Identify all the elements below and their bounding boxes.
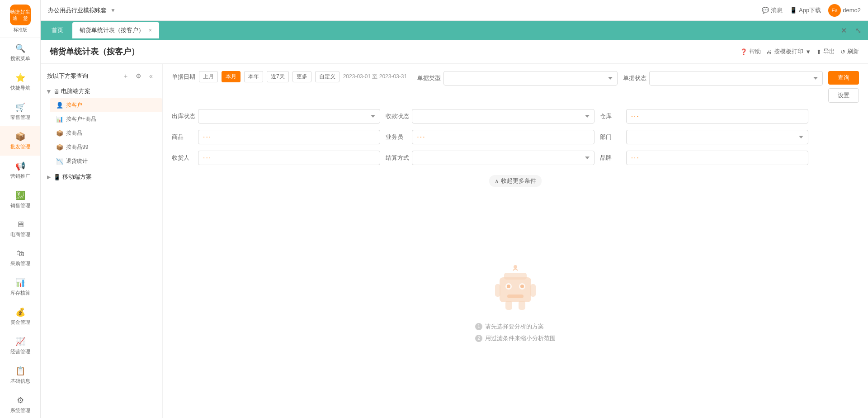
tab-close-button[interactable]: × — [149, 27, 152, 33]
main-area: 办公用品行业模拟账套 ▼ 💬 消息 📱 App下载 Ea demo2 首页 销货… — [41, 0, 868, 418]
payment-select[interactable] — [412, 151, 594, 165]
customer-icon: 👤 — [56, 102, 63, 109]
sidebar-item-label: 零售管理 — [10, 114, 30, 121]
sidebar-item-nav[interactable]: ⭐ 快捷导航 — [0, 67, 40, 97]
empty-tip-1: 1 请先选择要分析的方案 — [475, 323, 556, 331]
collapse-label: 收起更多条件 — [501, 177, 536, 185]
user-profile[interactable]: Ea demo2 — [828, 4, 861, 17]
settings-plan-button[interactable]: ⚙ — [133, 71, 143, 81]
plan-item-customer[interactable]: 👤 按客户 — [50, 98, 162, 112]
sidebar-item-sales[interactable]: 💹 销售管理 — [0, 185, 40, 214]
empty-illustration — [488, 259, 542, 314]
mobile-group-label: 移动端方案 — [62, 173, 92, 181]
sidebar-item-ecommerce[interactable]: 🖥 电商管理 — [0, 214, 40, 243]
collapse-panel-button[interactable]: « — [146, 71, 156, 81]
product-field[interactable]: ··· — [198, 130, 380, 144]
sidebar-item-label: 电商管理 — [10, 231, 30, 238]
sidebar-item-finance[interactable]: 💰 资金管理 — [0, 302, 40, 331]
order-status-select[interactable] — [649, 71, 823, 86]
help-button[interactable]: ❓ 帮助 — [740, 48, 761, 56]
page-header: 销货单统计表（按客户） ❓ 帮助 🖨 按模板打印 ▼ ⬆ 导出 ↺ 刷新 — [41, 40, 868, 64]
add-plan-button[interactable]: + — [121, 71, 131, 81]
date-last-month-btn[interactable]: 上月 — [199, 71, 218, 82]
brand-field[interactable]: ··· — [626, 151, 808, 165]
cart-icon: 🛒 — [15, 102, 25, 112]
settings-button[interactable]: 设置 — [828, 88, 859, 103]
app-download-button[interactable]: 📱 App下载 — [790, 6, 821, 14]
sidebar-item-wholesale[interactable]: 📦 批发管理 — [0, 126, 40, 156]
query-button[interactable]: 查询 — [828, 71, 859, 85]
product-icon: 📦 — [56, 130, 63, 137]
warehouse-field[interactable]: ··· — [626, 109, 808, 124]
sidebar-item-system[interactable]: ⚙ 系统管理 — [0, 390, 40, 418]
receipt-status-select[interactable] — [412, 109, 594, 124]
plan-item-customer-product[interactable]: 📊 按客户+商品 — [50, 112, 162, 126]
sidebar-item-search[interactable]: 🔍 搜索菜单 — [0, 38, 40, 67]
avatar: Ea — [828, 4, 841, 17]
tip-num-2: 2 — [475, 335, 482, 342]
svg-rect-0 — [500, 277, 531, 302]
tab-active[interactable]: 销货单统计表（按客户） × — [72, 22, 159, 38]
warehouse-label: 仓库 — [600, 112, 623, 120]
collapse-button[interactable]: ∧ 收起更多条件 — [489, 175, 542, 187]
out-status-select[interactable] — [198, 109, 380, 124]
sidebar-item-label: 营销推广 — [10, 173, 30, 180]
dept-select[interactable] — [626, 130, 808, 144]
tip-text-1: 请先选择要分析的方案 — [485, 323, 544, 331]
inventory-icon: 📊 — [15, 278, 25, 288]
export-button[interactable]: ⬆ 导出 — [816, 48, 835, 56]
sidebar: 畅捷通 好生意 标准版 🔍 搜索菜单 ⭐ 快捷导航 🛒 零售管理 📦 批发管理 … — [0, 0, 41, 418]
print-dropdown-icon: ▼ — [805, 48, 811, 55]
svg-rect-1 — [504, 273, 527, 280]
sidebar-item-purchase[interactable]: 🛍 采购管理 — [0, 243, 40, 272]
sidebar-item-inventory[interactable]: 📊 库存核算 — [0, 272, 40, 302]
refresh-button[interactable]: ↺ 刷新 — [840, 48, 859, 56]
plan-item-label: 按客户 — [66, 101, 82, 109]
close-tab-button[interactable]: ✕ — [837, 24, 850, 37]
mobile-group-header[interactable]: ▶ 📱 移动端方案 — [41, 170, 162, 184]
receiver-field[interactable]: ··· — [198, 151, 380, 165]
mobile-icon: 📱 — [53, 174, 61, 180]
tabbar: 首页 销货单统计表（按客户） × ✕ ⤡ — [41, 21, 868, 40]
desktop-group-header[interactable]: ▶ 🖥 电脑端方案 — [41, 85, 162, 98]
expand-tab-button[interactable]: ⤡ — [852, 24, 864, 37]
sidebar-item-marketing[interactable]: 📢 营销推广 — [0, 156, 40, 185]
gear-icon: ⚙ — [17, 395, 24, 405]
salesperson-label: 业务员 — [386, 133, 408, 141]
collapse-up-icon: ∧ — [495, 178, 499, 185]
tip-num-1: 1 — [475, 323, 482, 330]
date-filter: 上月 本月 本年 近7天 更多 自定义 2023-03-01 至 2023-03… — [199, 71, 412, 82]
date-this-year-btn[interactable]: 本年 — [244, 71, 263, 82]
receiver-label: 收货人 — [172, 154, 194, 162]
date-custom-btn[interactable]: 自定义 — [315, 71, 340, 82]
query-buttons: 查询 设置 — [828, 71, 859, 103]
topbar-dropdown-icon[interactable]: ▼ — [110, 7, 116, 14]
print-icon: 🖨 — [766, 48, 772, 55]
sidebar-item-retail[interactable]: 🛒 零售管理 — [0, 97, 40, 126]
sidebar-item-base[interactable]: 📋 基础信息 — [0, 361, 40, 390]
plan-item-product[interactable]: 📦 按商品 — [50, 126, 162, 140]
salesperson-field[interactable]: ··· — [412, 130, 594, 144]
sidebar-item-operation[interactable]: 📈 经营管理 — [0, 331, 40, 361]
product99-icon: 📦 — [56, 144, 63, 151]
date-7days-btn[interactable]: 近7天 — [267, 71, 289, 82]
help-icon: ❓ — [740, 48, 747, 55]
date-more-btn[interactable]: 更多 — [292, 71, 311, 82]
message-button[interactable]: 💬 消息 — [762, 6, 783, 14]
content-area: 按以下方案查询 + ⚙ « ▶ 🖥 电脑端方案 — [41, 64, 868, 418]
star-icon: ⭐ — [15, 73, 25, 83]
plan-item-label: 退货统计 — [66, 157, 88, 165]
order-type-select[interactable] — [443, 71, 618, 86]
order-type-label: 单据类型 — [417, 74, 440, 82]
plan-item-label: 按商品 — [66, 129, 82, 137]
date-this-month-btn[interactable]: 本月 — [222, 71, 241, 82]
topbar: 办公用品行业模拟账套 ▼ 💬 消息 📱 App下载 Ea demo2 — [41, 0, 868, 21]
topbar-title: 办公用品行业模拟账套 — [48, 6, 107, 14]
plan-item-product99[interactable]: 📦 按商品99 — [50, 140, 162, 154]
plan-item-return[interactable]: 📉 退货统计 — [50, 154, 162, 168]
svg-point-11 — [514, 265, 517, 269]
tab-home[interactable]: 首页 — [44, 22, 71, 38]
product-label: 商品 — [172, 133, 194, 141]
svg-rect-10 — [519, 301, 525, 310]
print-button[interactable]: 🖨 按模板打印 ▼ — [766, 48, 811, 56]
